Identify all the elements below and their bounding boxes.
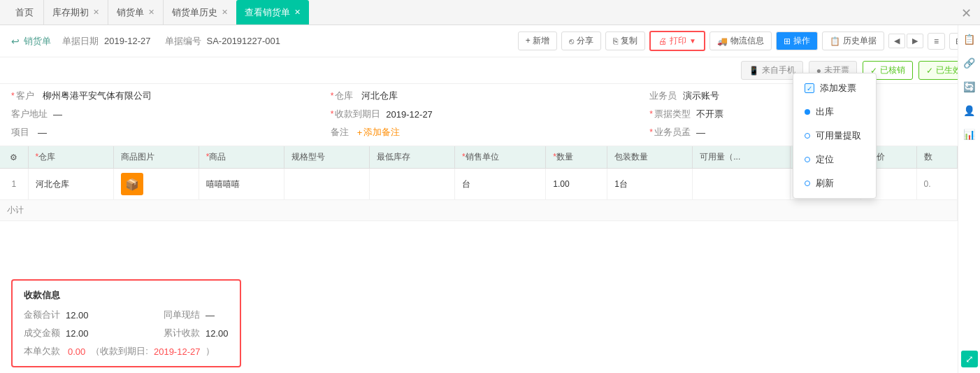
same-order-field: 同单现结 — [164,309,215,321]
radio-dot-locate [805,157,810,162]
close-tab-view-sales[interactable]: ✕ [294,8,301,17]
tab-home[interactable]: 首页 [6,0,43,24]
operations-dropdown: ✓ 添加发票 出库 可用量提取 定位 刷新 [793,73,877,199]
cumulative-receipt-field: 累计收款 12.00 [164,327,229,339]
doc-type-label: ↩ 销货单 [11,35,51,48]
available-qty-item[interactable]: 可用量提取 [793,124,876,148]
sidebar-icon-note[interactable]: 📋 [961,31,978,48]
total-amount-value: 12.00 [66,310,89,321]
print-dropdown-icon: ▼ [689,37,696,45]
col-amount: 数 [916,146,958,169]
payment-title: 收款信息 [24,289,229,302]
operations-icon: ⊞ [784,36,791,46]
cumulative-receipt-value: 12.00 [206,328,229,339]
project-value: — [38,127,47,138]
close-tab-sales-history[interactable]: ✕ [222,8,228,17]
staff-label: 业务员 [649,90,677,102]
warehouse-value: 河北仓库 [361,90,398,102]
transaction-amount-value: 12.00 [66,328,89,339]
col-available: 可用量（... [693,146,791,169]
add-note-icon: + [357,127,363,138]
radio-dot-outbound [805,109,810,115]
due-date-label: （收款到期日: [91,345,148,358]
col-min-stock: 最低库存 [369,146,454,169]
window-close-button[interactable]: ✕ [961,6,972,21]
tab-view-sales[interactable]: 查看销货单 ✕ [236,0,309,24]
current-due-label: 本单欠款 [24,345,62,358]
share-icon: ⎋ [569,36,574,46]
grid-view-button[interactable]: ≡ [928,33,945,50]
same-order-value: — [206,310,215,321]
sidebar-icon-link[interactable]: 🔗 [961,55,978,71]
checkbox-icon: ✓ [805,83,814,93]
date-label: 单据日期 [62,35,99,48]
payment-date-value: 2019-12-27 [386,109,433,120]
close-tab-sales[interactable]: ✕ [148,8,154,17]
mobile-icon: 📱 [749,66,759,76]
number-label: 单据编号 [165,35,201,48]
cumulative-receipt-label: 累计收款 [164,327,200,339]
close-tab-inventory[interactable]: ✕ [93,8,99,17]
note-field: 备注 + 添加备注 [331,126,650,139]
next-button[interactable]: ▶ [907,34,923,48]
note-label: 备注 [331,126,352,139]
sidebar-icon-refresh[interactable]: 🔄 [961,78,978,95]
new-button[interactable]: + 新增 [518,31,557,50]
col-settings[interactable]: ⚙ [0,146,28,169]
nav-arrows: ◀ ▶ [888,34,923,48]
share-button[interactable]: ⎋ 分享 [561,31,601,50]
prev-button[interactable]: ◀ [888,34,905,48]
logistics-icon: 🚚 [717,36,728,46]
total-amount-field: 金额合计 12.00 [24,309,136,321]
locate-item[interactable]: 定位 [793,148,876,171]
salesperson-value: — [696,127,705,138]
total-amount-label: 金额合计 [24,309,60,321]
product-image: 📦 [121,173,143,195]
payment-date-field: * 收款到期日 2019-12-27 [331,108,650,120]
radio-dot-available [805,133,810,139]
transaction-amount-field: 成交金额 12.00 [24,327,136,339]
payment-date-label: 收款到期日 [335,108,380,120]
radio-dot-refresh [805,181,810,186]
col-warehouse: *仓库 [28,146,113,169]
tab-sales[interactable]: 销货单 ✕ [108,0,163,24]
sidebar-icon-expand[interactable]: ⤢ [961,351,978,367]
tab-inventory[interactable]: 库存期初 ✕ [43,0,108,24]
tab-sales-history[interactable]: 销货单历史 ✕ [163,0,236,24]
warehouse-label: 仓库 [335,90,356,102]
add-note-button[interactable]: + 添加备注 [357,126,401,139]
add-invoice-item[interactable]: ✓ 添加发票 [793,76,876,100]
salesperson-label: 业务员孟 [654,126,691,139]
copy-icon: ⎘ [613,36,618,46]
ticket-type-label: 票据类型 [654,108,691,120]
sidebar-icon-chart[interactable]: 📊 [961,126,978,143]
subtotal-row: 小计 [0,200,958,221]
sidebar-icon-user[interactable]: 👤 [961,102,978,119]
col-sales-unit: *销售单位 [454,146,545,169]
address-field: 客户地址 — [11,108,331,120]
same-order-label: 同单现结 [164,309,200,321]
customer-label: * [11,91,15,101]
effective-icon: ✓ [926,66,933,76]
col-quantity: *数量 [546,146,607,169]
col-product-img: 商品图片 [113,146,199,169]
history-button[interactable]: 📋 历史单据 [822,31,884,50]
refresh-item[interactable]: 刷新 [793,171,876,195]
logistics-button[interactable]: 🚚 物流信息 [709,31,772,50]
col-product: *商品 [199,146,284,169]
history-icon: 📋 [830,36,840,46]
ticket-type-value: 不开票 [696,108,723,120]
staff-value: 演示账号 [683,90,719,102]
operations-button[interactable]: ⊞ 操作 [776,31,818,50]
print-button[interactable]: 🖨 打印 ▼ [651,33,703,49]
copy-button[interactable]: ⎘ 复制 [605,31,645,50]
customer-label-text: 客户 [16,90,37,102]
due-date-value: 2019-12-27 [154,346,201,357]
customer-field: * 客户 柳州粤港平安气体有限公司 [11,90,331,102]
col-spec: 规格型号 [284,146,369,169]
date-value: 2019-12-27 [104,36,151,46]
address-value: — [53,109,62,120]
print-icon: 🖨 [658,36,667,46]
transaction-amount-label: 成交金额 [24,327,60,339]
outbound-item[interactable]: 出库 [793,100,876,124]
